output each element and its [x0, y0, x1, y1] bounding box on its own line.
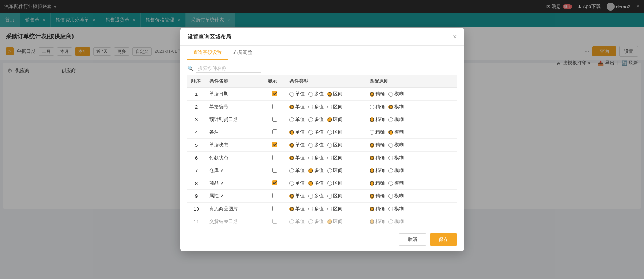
type-radio-input-区间[interactable]	[327, 105, 332, 109]
display-checkbox[interactable]	[272, 168, 277, 173]
type-radio-多值[interactable]: 多值	[308, 167, 324, 174]
type-radio-input-区间[interactable]	[327, 168, 332, 173]
match-radio-模糊[interactable]: 模糊	[388, 103, 404, 110]
tab-query-fields[interactable]: 查询字段设置	[187, 46, 228, 60]
match-radio-input-精确[interactable]	[370, 105, 374, 109]
type-radio-input-多值[interactable]	[308, 117, 313, 122]
display-checkbox[interactable]	[272, 104, 277, 109]
type-radio-多值[interactable]: 多值	[308, 91, 324, 97]
type-radio-区间[interactable]: 区间	[327, 193, 343, 199]
type-radio-单值[interactable]: 单值	[289, 193, 305, 199]
match-radio-精确[interactable]: 精确	[370, 205, 385, 212]
type-radio-input-单值[interactable]	[289, 105, 294, 109]
type-radio-input-单值[interactable]	[289, 168, 294, 173]
display-checkbox[interactable]	[272, 206, 277, 211]
type-radio-input-区间[interactable]	[327, 117, 332, 122]
type-radio-input-单值[interactable]	[289, 181, 294, 186]
type-radio-区间[interactable]: 区间	[327, 154, 343, 161]
type-radio-input-区间[interactable]	[327, 181, 332, 186]
type-radio-单值[interactable]: 单值	[289, 154, 305, 161]
type-radio-单值[interactable]: 单值	[289, 167, 305, 174]
type-radio-多值[interactable]: 多值	[308, 180, 324, 186]
type-radio-区间[interactable]: 区间	[327, 116, 343, 123]
type-radio-input-多值[interactable]	[308, 181, 313, 186]
type-radio-多值[interactable]: 多值	[308, 193, 324, 199]
match-radio-模糊[interactable]: 模糊	[388, 154, 404, 161]
type-radio-区间[interactable]: 区间	[327, 142, 343, 148]
match-radio-模糊[interactable]: 模糊	[388, 193, 404, 199]
display-checkbox[interactable]	[272, 180, 277, 185]
match-radio-精确[interactable]: 精确	[370, 116, 385, 123]
display-checkbox[interactable]	[272, 142, 277, 147]
type-radio-单值[interactable]: 单值	[289, 103, 305, 110]
match-radio-精确[interactable]: 精确	[370, 154, 385, 161]
match-radio-input-精确[interactable]	[370, 130, 374, 135]
type-radio-input-多值[interactable]	[308, 143, 313, 148]
type-radio-单值[interactable]: 单值	[289, 180, 305, 186]
match-radio-模糊[interactable]: 模糊	[388, 91, 404, 97]
type-radio-input-区间[interactable]	[327, 130, 332, 135]
match-radio-input-精确[interactable]	[370, 117, 374, 122]
type-radio-区间[interactable]: 区间	[327, 103, 343, 110]
match-radio-精确[interactable]: 精确	[370, 129, 385, 135]
type-radio-input-单值[interactable]	[289, 143, 294, 148]
type-radio-input-多值[interactable]	[308, 207, 313, 211]
type-radio-单值[interactable]: 单值	[289, 205, 305, 212]
match-radio-input-精确[interactable]	[370, 168, 374, 173]
match-radio-input-精确[interactable]	[370, 143, 374, 148]
match-radio-精确[interactable]: 精确	[370, 91, 385, 97]
type-radio-input-单值[interactable]	[289, 92, 294, 97]
match-radio-input-模糊[interactable]	[388, 168, 393, 173]
type-radio-input-单值[interactable]	[289, 156, 294, 160]
match-radio-精确[interactable]: 精确	[370, 103, 385, 110]
display-checkbox[interactable]	[272, 91, 277, 96]
match-radio-input-模糊[interactable]	[388, 130, 393, 135]
type-radio-区间[interactable]: 区间	[327, 167, 343, 174]
type-radio-input-区间[interactable]	[327, 207, 332, 211]
match-radio-精确[interactable]: 精确	[370, 142, 385, 148]
type-radio-input-多值[interactable]	[308, 156, 313, 160]
type-radio-input-单值[interactable]	[289, 194, 294, 199]
match-radio-精确[interactable]: 精确	[370, 193, 385, 199]
display-checkbox[interactable]	[272, 117, 277, 122]
type-radio-单值[interactable]: 单值	[289, 129, 305, 135]
dialog-close-btn[interactable]: ×	[453, 33, 457, 41]
display-checkbox[interactable]	[272, 155, 277, 160]
match-radio-input-模糊[interactable]	[388, 207, 393, 211]
type-radio-单值[interactable]: 单值	[289, 142, 305, 148]
type-radio-input-区间[interactable]	[327, 92, 332, 97]
type-radio-区间[interactable]: 区间	[327, 205, 343, 212]
match-radio-精确[interactable]: 精确	[370, 167, 385, 174]
type-radio-input-单值[interactable]	[289, 130, 294, 135]
match-radio-input-精确[interactable]	[370, 156, 374, 160]
type-radio-区间[interactable]: 区间	[327, 91, 343, 97]
type-radio-input-区间[interactable]	[327, 156, 332, 160]
type-radio-多值[interactable]: 多值	[308, 205, 324, 212]
display-checkbox[interactable]	[272, 193, 277, 198]
type-radio-多值[interactable]: 多值	[308, 103, 324, 110]
type-radio-多值[interactable]: 多值	[308, 116, 324, 123]
type-radio-input-多值[interactable]	[308, 92, 313, 97]
type-radio-多值[interactable]: 多值	[308, 154, 324, 161]
match-radio-模糊[interactable]: 模糊	[388, 205, 404, 212]
match-radio-input-模糊[interactable]	[388, 156, 393, 160]
match-radio-input-模糊[interactable]	[388, 143, 393, 148]
type-radio-单值[interactable]: 单值	[289, 116, 305, 123]
match-radio-模糊[interactable]: 模糊	[388, 180, 404, 186]
match-radio-input-精确[interactable]	[370, 92, 374, 97]
match-radio-模糊[interactable]: 模糊	[388, 116, 404, 123]
type-radio-input-区间[interactable]	[327, 143, 332, 148]
type-radio-input-单值[interactable]	[289, 117, 294, 122]
type-radio-区间[interactable]: 区间	[327, 180, 343, 186]
match-radio-模糊[interactable]: 模糊	[388, 142, 404, 148]
type-radio-input-多值[interactable]	[308, 168, 313, 173]
match-radio-input-模糊[interactable]	[388, 117, 393, 122]
match-radio-input-精确[interactable]	[370, 181, 374, 186]
match-radio-模糊[interactable]: 模糊	[388, 129, 404, 135]
match-radio-input-精确[interactable]	[370, 194, 374, 199]
type-radio-input-多值[interactable]	[308, 105, 313, 109]
type-radio-input-区间[interactable]	[327, 194, 332, 199]
type-radio-多值[interactable]: 多值	[308, 142, 324, 148]
type-radio-单值[interactable]: 单值	[289, 91, 305, 97]
type-radio-input-多值[interactable]	[308, 130, 313, 135]
